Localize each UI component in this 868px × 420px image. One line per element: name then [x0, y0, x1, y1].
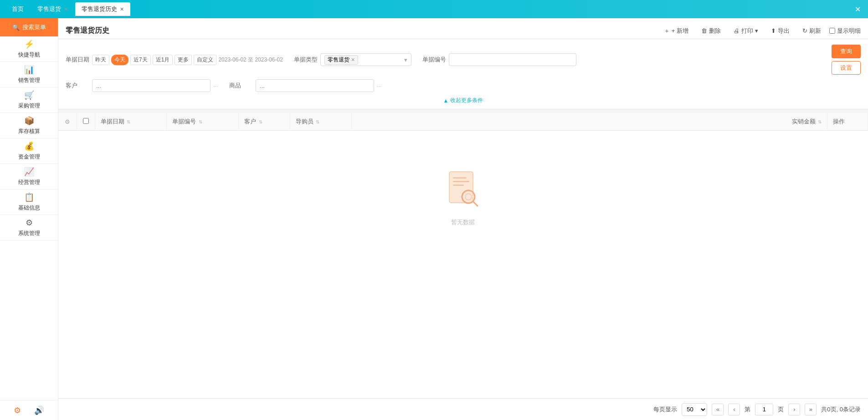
svg-rect-2	[453, 181, 469, 182]
number-filter-label: 单据编号	[422, 56, 446, 64]
window-close-icon[interactable]: ✕	[855, 5, 861, 14]
sidebar-item-basic-info[interactable]: 📋 基础信息	[0, 190, 58, 215]
data-table: ⚙ 单据日期 ⇅ 单据编号 ⇅	[58, 113, 868, 254]
table-header-row: ⚙ 单据日期 ⇅ 单据编号 ⇅	[58, 113, 868, 131]
tab-retail-return[interactable]: 零售退货 ✕	[31, 2, 74, 16]
tab-retail-return-close[interactable]: ✕	[64, 6, 68, 12]
quicknav-icon: ⚡	[24, 39, 34, 49]
date-7days-btn[interactable]: 近7天	[130, 55, 151, 65]
sidebar-search-label: 搜索菜单	[22, 23, 46, 31]
delete-button[interactable]: 🗑 删除	[697, 25, 725, 37]
page-number-input[interactable]	[755, 404, 773, 415]
sidebar-item-purchase-label: 采购管理	[18, 102, 40, 110]
col-settings[interactable]: ⚙	[58, 113, 77, 131]
page-title: 零售退货历史	[66, 26, 109, 36]
empty-state-text: 暂无数据	[451, 218, 475, 226]
print-dropdown-icon: ▾	[755, 27, 758, 34]
col-customer-sort-icon: ⇅	[259, 119, 262, 124]
type-filter-label: 单据类型	[294, 56, 318, 64]
sidebar-item-sales[interactable]: 📊 销售管理	[0, 62, 58, 87]
tab-home[interactable]: 首页	[5, 2, 30, 16]
filter-row-1: 单据日期 昨天 今天 近7天 近1月 更多 自定义 2023-06-02 至 2…	[66, 45, 861, 75]
page-first-btn[interactable]: «	[712, 404, 724, 415]
page-prev-btn[interactable]: ‹	[728, 404, 740, 415]
page-size-label: 每页显示	[653, 405, 677, 414]
date-today-btn[interactable]: 今天	[111, 55, 128, 65]
col-customer[interactable]: 客户 ⇅	[239, 113, 290, 131]
sidebar-item-inventory[interactable]: 📦 库存核算	[0, 113, 58, 138]
collapse-filter-btn[interactable]: ▲ 收起更多条件	[66, 97, 861, 104]
svg-point-6	[465, 194, 472, 200]
col-amount[interactable]: 实销金额 ⇅	[351, 113, 827, 131]
date-yesterday-btn[interactable]: 昨天	[92, 55, 109, 65]
sidebar-item-operations-label: 经营管理	[18, 179, 40, 186]
number-filter-input[interactable]	[449, 53, 576, 66]
type-tag-remove[interactable]: ✕	[351, 57, 355, 63]
export-button[interactable]: ⬆ 导出	[766, 25, 794, 37]
col-number[interactable]: 单据编号 ⇅	[167, 113, 239, 131]
goods-filter-input[interactable]	[256, 79, 374, 92]
col-settings-icon[interactable]: ⚙	[65, 118, 70, 125]
sidebar-search[interactable]: 🔍 搜索菜单	[0, 18, 58, 36]
type-select-arrow-icon: ▾	[404, 56, 407, 63]
display-toggle-checkbox[interactable]	[829, 28, 835, 34]
sidebar: 🔍 搜索菜单 ⚡ 快捷导航 📊 销售管理 🛒 采购管理 📦 库存核算 💰 资金管…	[0, 18, 58, 420]
sidebar-item-basic-info-label: 基础信息	[18, 204, 40, 212]
sidebar-item-operations[interactable]: 📈 经营管理	[0, 164, 58, 190]
col-action: 操作	[827, 113, 868, 131]
audio-icon[interactable]: 🔊	[34, 405, 44, 415]
sidebar-item-system-label: 系统管理	[18, 230, 40, 237]
search-icon: 🔍	[12, 24, 20, 31]
query-button[interactable]: 查询	[832, 45, 861, 58]
settings-bottom-icon[interactable]: ⚙	[14, 405, 21, 415]
finance-icon: 💰	[24, 141, 34, 151]
operations-icon: 📈	[24, 167, 34, 177]
col-checkbox[interactable]	[77, 113, 95, 131]
type-tag: 零售退货 ✕	[324, 55, 358, 65]
sidebar-item-quicknav[interactable]: ⚡ 快捷导航	[0, 36, 58, 62]
page-current-label: 第	[745, 405, 750, 414]
goods-filter-label: 商品	[229, 82, 253, 90]
page-size-select[interactable]: 10 20 50 100	[682, 403, 707, 416]
page-last-btn[interactable]: »	[805, 404, 817, 415]
sidebar-item-system[interactable]: ⚙ 系统管理	[0, 215, 58, 241]
sidebar-item-purchase[interactable]: 🛒 采购管理	[0, 87, 58, 113]
setting-button[interactable]: 设置	[832, 61, 861, 75]
date-1month-btn[interactable]: 近1月	[153, 55, 173, 65]
col-guide[interactable]: 导购员 ⇅	[290, 113, 351, 131]
type-select[interactable]: 零售退货 ✕ ▾	[320, 53, 411, 66]
refresh-button[interactable]: ↻ 刷新	[798, 25, 826, 37]
svg-line-5	[473, 201, 478, 206]
page-header: 零售退货历史 ＋ + 新增 🗑 删除 🖨 打印 ▾ ⬆ 导出	[58, 18, 868, 39]
col-date[interactable]: 单据日期 ⇅	[95, 113, 167, 131]
top-bar: 首页 零售退货 ✕ 零售退货历史 ✕ ✕	[0, 0, 868, 18]
display-toggle[interactable]: 显示明细	[829, 27, 861, 35]
sidebar-item-quicknav-label: 快捷导航	[18, 51, 40, 59]
sidebar-item-sales-label: 销售管理	[18, 77, 40, 84]
date-custom-btn[interactable]: 自定义	[194, 55, 216, 65]
pagination-summary: 共0页, 0条记录	[821, 405, 861, 414]
page-next-btn[interactable]: ›	[788, 404, 800, 415]
refresh-icon: ↻	[802, 27, 807, 34]
page-actions: ＋ + 新增 🗑 删除 🖨 打印 ▾ ⬆ 导出 ↻	[659, 25, 861, 37]
customer-filter-input[interactable]	[92, 79, 211, 92]
customer-filter: 客户 ···	[66, 79, 218, 92]
date-more-btn[interactable]: 更多	[175, 55, 192, 65]
svg-rect-3	[453, 184, 464, 186]
date-quick-buttons: 昨天 今天 近7天 近1月 更多 自定义 2023-06-02 至 2023-0…	[92, 55, 283, 65]
tab-retail-return-history[interactable]: 零售退货历史 ✕	[75, 2, 130, 16]
table-container: ⚙ 单据日期 ⇅ 单据编号 ⇅	[58, 113, 868, 398]
tab-retail-return-history-close[interactable]: ✕	[120, 6, 124, 12]
empty-state-icon	[440, 167, 486, 213]
select-all-checkbox[interactable]	[83, 118, 89, 124]
display-toggle-label: 显示明细	[837, 27, 861, 35]
print-button[interactable]: 🖨 打印 ▾	[729, 25, 763, 37]
add-button[interactable]: ＋ + 新增	[659, 25, 693, 37]
customer-filter-label: 客户	[66, 82, 89, 90]
date-range-display: 2023-06-02 至 2023-06-02	[218, 56, 282, 64]
sidebar-item-finance[interactable]: 💰 资金管理	[0, 138, 58, 164]
customer-filter-dots[interactable]: ···	[213, 82, 218, 89]
collapse-arrow-icon: ▲	[443, 97, 449, 104]
goods-filter-dots[interactable]: ···	[377, 82, 382, 89]
pagination-bar: 每页显示 10 20 50 100 « ‹ 第 页 › » 共0页, 0条记录	[58, 398, 868, 420]
